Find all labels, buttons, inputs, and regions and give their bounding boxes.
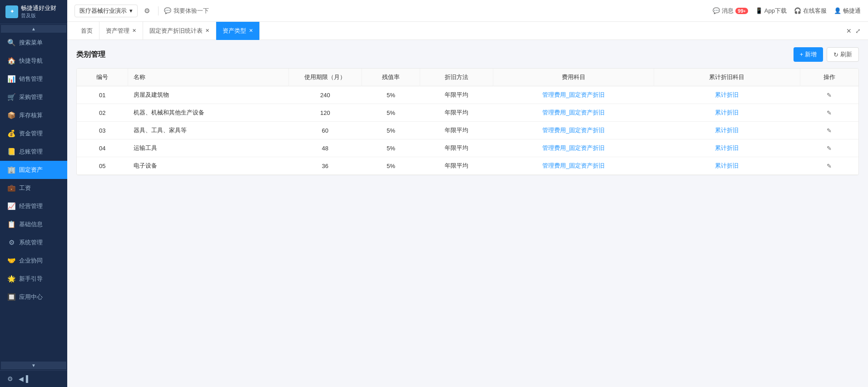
sidebar-item-enterprise[interactable]: 🤝企业协同 — [0, 252, 67, 270]
gear-button[interactable]: ⚙ — [141, 4, 153, 18]
col-header-expense: 费用科目 — [493, 69, 654, 86]
refresh-button[interactable]: ↻ 刷新 — [827, 47, 859, 62]
cell-accum-2[interactable]: 累计折旧 — [654, 122, 800, 139]
cell-op-0[interactable]: ✎ — [800, 86, 858, 104]
tab-label-asset-manage: 资产管理 — [106, 27, 129, 35]
cell-op-2[interactable]: ✎ — [800, 122, 858, 139]
notification-badge: 99+ — [735, 8, 748, 14]
sidebar-item-search[interactable]: 🔍搜索菜单 — [0, 34, 67, 52]
sidebar-item-system[interactable]: ⚙系统管理 — [0, 233, 67, 252]
tab-home[interactable]: 首页 — [74, 22, 99, 40]
sidebar-item-inventory[interactable]: 📦库存核算 — [0, 106, 67, 124]
cell-accum-3[interactable]: 累计折旧 — [654, 139, 800, 157]
cell-op-3[interactable]: ✎ — [800, 139, 858, 157]
user-menu[interactable]: 👤 畅捷通 — [834, 7, 861, 15]
sidebar-item-purchase[interactable]: 🛒采购管理 — [0, 88, 67, 106]
sidebar-label-search: 搜索菜单 — [19, 39, 43, 47]
sidebar-item-app-center[interactable]: 🔲应用中心 — [0, 288, 67, 306]
tab-asset-type[interactable]: 资产类型✕ — [216, 22, 260, 40]
cell-accum-1[interactable]: 累计折旧 — [654, 104, 800, 122]
table-row: 01 房屋及建筑物 240 5% 年限平均 管理费用_固定资产折旧 累计折旧 ✎ — [77, 86, 858, 104]
cell-no-0: 01 — [77, 86, 128, 104]
cell-no-2: 03 — [77, 122, 128, 139]
col-header-accum: 累计折旧科目 — [654, 69, 800, 86]
col-header-no: 编号 — [77, 69, 128, 86]
cell-method-0: 年限平均 — [420, 86, 493, 104]
company-name: 医疗器械行业演示 — [79, 7, 127, 15]
sidebar-item-fixed-assets[interactable]: 🏢固定资产 — [0, 161, 67, 179]
maximize-tab-btn[interactable]: ⤢ — [855, 27, 861, 35]
collapse-icon[interactable]: ◀▐ — [19, 375, 28, 382]
sidebar-icon-payroll: 💼 — [7, 184, 15, 192]
notification-button[interactable]: 💬 消息 99+ — [713, 7, 748, 15]
refresh-icon: ↻ — [833, 51, 838, 58]
tab-asset-manage[interactable]: 资产管理✕ — [99, 22, 143, 40]
page-title: 类别管理 — [76, 50, 105, 60]
table-header-row: 编号 名称 使用期限（月） 残值率 折旧方法 费用科目 累计折旧科目 操作 — [77, 69, 858, 86]
sidebar-item-business-manage[interactable]: 📈经营管理 — [0, 197, 67, 215]
sidebar-item-payroll[interactable]: 💼工资 — [0, 179, 67, 197]
sidebar-item-basic-info[interactable]: 📋基础信息 — [0, 215, 67, 233]
tab-close-depreciation-table[interactable]: ✕ — [205, 28, 209, 34]
user-label: 畅捷通 — [843, 7, 861, 15]
app-download-button[interactable]: 📱 App下载 — [755, 7, 787, 15]
sidebar-bottom: ⚙ ◀▐ — [0, 370, 67, 387]
cell-expense-4[interactable]: 管理费用_固定资产折旧 — [493, 157, 654, 175]
cell-name-0: 房屋及建筑物 — [128, 86, 289, 104]
sidebar-icon-basic-info: 📋 — [7, 220, 15, 228]
cell-expense-0[interactable]: 管理费用_固定资产折旧 — [493, 86, 654, 104]
cell-expense-1[interactable]: 管理费用_固定资产折旧 — [493, 104, 654, 122]
table-row: 04 运输工具 48 5% 年限平均 管理费用_固定资产折旧 累计折旧 ✎ — [77, 139, 858, 157]
main-area: 医疗器械行业演示 ▾ ⚙ 💬 我要体验一下 💬 消息 99+ 📱 App下载 — [67, 0, 868, 387]
page-header: 类别管理 + 新增 ↻ 刷新 — [76, 47, 859, 62]
customer-service-button[interactable]: 🎧 在线客服 — [794, 7, 827, 15]
sidebar-label-system: 系统管理 — [19, 238, 43, 247]
cell-method-1: 年限平均 — [420, 104, 493, 122]
sidebar-icon-general-ledger: 📒 — [7, 148, 15, 156]
company-selector[interactable]: 医疗器械行业演示 ▾ — [74, 5, 138, 17]
cell-no-1: 02 — [77, 104, 128, 122]
new-button[interactable]: + 新增 — [794, 47, 823, 62]
cell-op-1[interactable]: ✎ — [800, 104, 858, 122]
sidebar-label-sales: 销售管理 — [19, 75, 43, 83]
cell-method-4: 年限平均 — [420, 157, 493, 175]
cell-method-3: 年限平均 — [420, 139, 493, 157]
close-tab-btn[interactable]: ✕ — [846, 27, 852, 35]
cell-rate-2: 5% — [362, 122, 420, 139]
tab-close-asset-manage[interactable]: ✕ — [132, 28, 136, 34]
cell-period-2: 60 — [288, 122, 362, 139]
sidebar-item-capital[interactable]: 💰资金管理 — [0, 124, 67, 143]
sidebar-item-general-ledger[interactable]: 📒总账管理 — [0, 143, 67, 161]
scroll-down-btn[interactable]: ▼ — [1, 362, 66, 369]
tabs-bar: 首页资产管理✕固定资产折旧统计表✕资产类型✕ ✕ ⤢ — [67, 22, 868, 40]
cell-accum-4[interactable]: 累计折旧 — [654, 157, 800, 175]
col-header-name: 名称 — [128, 69, 289, 86]
sidebar-label-quick-nav: 快捷导航 — [19, 57, 43, 65]
cell-op-4[interactable]: ✎ — [800, 157, 858, 175]
sidebar-item-sales[interactable]: 📊销售管理 — [0, 70, 67, 88]
sidebar-item-quick-nav[interactable]: 🏠快捷导航 — [0, 52, 67, 70]
tab-controls: ✕ ⤢ — [846, 27, 861, 35]
sidebar-label-purchase: 采购管理 — [19, 93, 43, 101]
sidebar-item-guide[interactable]: 🌟新手引导 — [0, 270, 67, 288]
cell-name-1: 机器、机械和其他生产设备 — [128, 104, 289, 122]
trial-button[interactable]: 💬 我要体验一下 — [164, 7, 209, 15]
sidebar-icon-enterprise: 🤝 — [7, 257, 15, 265]
cell-period-3: 48 — [288, 139, 362, 157]
table-row: 02 机器、机械和其他生产设备 120 5% 年限平均 管理费用_固定资产折旧 … — [77, 104, 858, 122]
tab-depreciation-table[interactable]: 固定资产折旧统计表✕ — [143, 22, 216, 40]
settings-icon[interactable]: ⚙ — [7, 375, 13, 382]
cell-expense-2[interactable]: 管理费用_固定资产折旧 — [493, 122, 654, 139]
scroll-up-btn[interactable]: ▲ — [1, 25, 66, 33]
cell-accum-0[interactable]: 累计折旧 — [654, 86, 800, 104]
cell-expense-3[interactable]: 管理费用_固定资产折旧 — [493, 139, 654, 157]
cell-name-3: 运输工具 — [128, 139, 289, 157]
cell-no-3: 04 — [77, 139, 128, 157]
sidebar-icon-fixed-assets: 🏢 — [7, 166, 15, 174]
logo-text: 畅捷通好业财 — [21, 5, 56, 12]
refresh-label: 刷新 — [840, 50, 852, 59]
col-header-rate: 残值率 — [362, 69, 420, 86]
app-download-label: App下载 — [764, 7, 787, 15]
tab-close-asset-type[interactable]: ✕ — [249, 28, 253, 34]
sidebar-icon-inventory: 📦 — [7, 111, 15, 119]
